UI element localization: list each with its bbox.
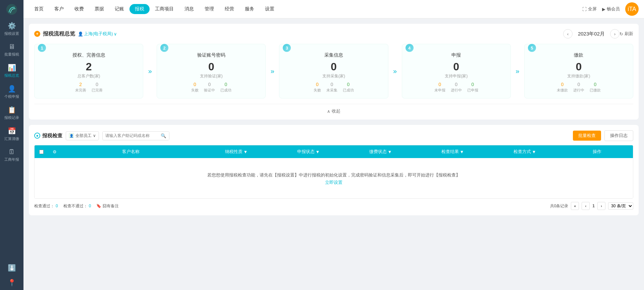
pass-count-link[interactable]: 0 xyxy=(56,204,58,208)
mascot-avatar: iTA xyxy=(625,2,639,16)
search-button[interactable]: 🔍 xyxy=(158,132,169,140)
prev-month-button[interactable]: ‹ xyxy=(563,29,573,39)
flow-arrow-1: » xyxy=(143,44,157,98)
sidebar-item-download[interactable]: ⬇️ xyxy=(0,261,23,275)
nav-invoice[interactable]: 票据 xyxy=(89,4,109,14)
step-stats-5: 0 未缴款 0 进行中 0 已缴款 xyxy=(530,82,628,93)
nav-client[interactable]: 客户 xyxy=(49,4,69,14)
top-navigation: 首页 客户 收费 票据 记账 报税 工商项目 消息 管理 经营 服务 设置 ⛶ … xyxy=(23,0,644,18)
location-icon: 📍 xyxy=(8,279,16,287)
sidebar-item-location[interactable]: 📍 xyxy=(0,275,23,290)
flow-step-2: 2 验证账号密码 0 支持验证(家) 0 失败 0 验证中 xyxy=(157,44,266,98)
svg-point-0 xyxy=(6,4,17,15)
th-check-method[interactable]: 检查方式 ▼ xyxy=(489,145,561,158)
sidebar-item-batch-tax[interactable]: 🖥 批量报税 xyxy=(0,40,23,60)
nav-home[interactable]: 首页 xyxy=(29,4,49,14)
topnav-right: ⛶ 全屏 ▶ 畅会员 iTA xyxy=(582,2,639,16)
per-page-selector[interactable]: 30 条/页 xyxy=(608,202,633,210)
table-body-empty: 若您想使用报税检查功能，请先在【报税设置】中进行报税的初始化设置，完成密码验证和… xyxy=(35,158,633,198)
client-search-box: 🔍 xyxy=(102,131,169,140)
batch-tax-icon: 🖥 xyxy=(8,43,15,51)
step-stat-undeclared: 0 未申报 xyxy=(434,82,445,93)
collapse-button[interactable]: ∧ 收起 xyxy=(34,108,633,114)
month-navigator: ‹ 2023年02月 › xyxy=(563,29,620,39)
step-title-3: 采集信息 xyxy=(285,52,382,58)
step-stats-3: 0 失败 0 未采集 0 已成功 xyxy=(285,82,382,93)
refresh-button[interactable]: ↻ 刷新 xyxy=(620,31,633,37)
step-unit-3: 支持采集(家) xyxy=(285,73,382,79)
next-month-button[interactable]: › xyxy=(610,29,620,39)
filter-icon-tax: ▼ xyxy=(244,149,248,154)
nav-tax[interactable]: 报税 xyxy=(129,4,150,14)
select-all-checkbox[interactable] xyxy=(39,150,44,154)
step-count-3: 0 xyxy=(285,61,382,73)
sidebar-item-personal-tax[interactable]: 👤 个税申报 xyxy=(0,81,23,102)
nav-operation[interactable]: 经营 xyxy=(219,4,239,14)
staff-icon: 👤 xyxy=(69,133,74,138)
step-stat-success-3: 0 已成功 xyxy=(343,82,354,93)
staff-selector[interactable]: 👤 全部员工 ∨ xyxy=(66,131,99,140)
filter-icon-result: ▼ xyxy=(460,149,464,154)
footer-pagination: 共0条记录 « ‹ 1 › 30 条/页 xyxy=(550,202,633,210)
sidebar-item-annual-report[interactable]: 🗓 工商年报 xyxy=(0,145,23,165)
page-content: + 报税流程总览 👤 上海(电子税局) ∨ ‹ 2023年02月 › ↻ 刷新 xyxy=(23,18,644,290)
search-input[interactable] xyxy=(103,132,158,140)
nav-service[interactable]: 服务 xyxy=(239,4,260,14)
empty-message: 若您想使用报税检查功能，请先在【报税设置】中进行报税的初始化设置，完成密码验证和… xyxy=(207,171,460,179)
sidebar-item-reconcile[interactable]: 📅 汇算清缴 xyxy=(0,124,23,145)
sidebar-item-tax-record[interactable]: 📋 报税记录 xyxy=(0,102,23,124)
flow-arrow-2: » xyxy=(266,44,279,98)
step-stats-1: 2 未完善 0 已完善 xyxy=(40,82,138,93)
prev-page-button[interactable]: ‹ xyxy=(582,202,590,210)
setup-link[interactable]: 立即设置 xyxy=(325,179,342,186)
nav-fee[interactable]: 收费 xyxy=(69,4,89,14)
step-stat-paid: 0 已缴款 xyxy=(590,82,601,93)
th-checkbox[interactable] xyxy=(35,145,48,158)
current-page: 1 xyxy=(592,204,595,208)
batch-check-button[interactable]: 批量检查 xyxy=(573,131,601,141)
first-page-button[interactable]: « xyxy=(571,202,579,210)
sidebar-item-tax-settings[interactable]: ⚙️ 报税设置 xyxy=(0,18,23,40)
location-selector[interactable]: 👤 上海(电子税局) ∨ xyxy=(78,31,117,37)
step-stat-inprogress-5: 0 进行中 xyxy=(573,82,584,93)
location-icon-small: 👤 xyxy=(78,31,83,37)
operation-log-button[interactable]: 操作日志 xyxy=(604,130,633,141)
th-client-name: 客户名称 xyxy=(61,145,200,158)
next-page-button[interactable]: › xyxy=(597,202,605,210)
fail-count-link[interactable]: 0 xyxy=(89,204,91,208)
step-count-4: 0 xyxy=(408,61,505,73)
th-check-result[interactable]: 检查结果 ▼ xyxy=(417,145,489,158)
collapse-icon: ∧ xyxy=(327,109,330,114)
member-icon: ▶ xyxy=(602,7,605,12)
download-icon: ⬇️ xyxy=(8,264,16,272)
flow-step-1: 1 授权、完善信息 2 总客户数(家) 2 未完善 0 已完善 xyxy=(34,44,143,98)
step-stat-incomplete: 2 未完善 xyxy=(75,82,86,93)
step-count-1: 2 xyxy=(40,61,138,73)
nav-message[interactable]: 消息 xyxy=(179,4,199,14)
step-num-2: 2 xyxy=(160,44,168,52)
th-declare-status[interactable]: 申报状态 ▼ xyxy=(272,145,344,158)
filter-icon-method: ▼ xyxy=(532,149,536,154)
th-tax-nature[interactable]: 纳税性质 ▼ xyxy=(200,145,272,158)
flow-title-icon: + xyxy=(34,31,40,37)
nav-accounting[interactable]: 记账 xyxy=(109,4,129,14)
nav-items: 首页 客户 收费 票据 记账 报税 工商项目 消息 管理 经营 服务 设置 xyxy=(29,4,582,14)
member-button[interactable]: ▶ 畅会员 xyxy=(602,6,620,12)
step-stat-declared: 0 已申报 xyxy=(467,82,478,93)
note-icon: 🔖 xyxy=(96,204,101,208)
step-stat-complete: 0 已完善 xyxy=(92,82,103,93)
nav-business[interactable]: 工商项目 xyxy=(150,4,179,14)
nav-manage[interactable]: 管理 xyxy=(199,4,219,14)
nav-settings[interactable]: 设置 xyxy=(260,4,280,14)
fullscreen-button[interactable]: ⛶ 全屏 xyxy=(582,6,597,12)
sidebar-item-tax-overview[interactable]: 📊 报税总览 xyxy=(0,60,23,81)
step-unit-5: 支持缴款(家) xyxy=(530,73,628,79)
th-settings[interactable]: ⚙ xyxy=(48,145,61,158)
flow-arrow-3: » xyxy=(388,44,402,98)
table-footer: 检查通过： 0 检查不通过： 0 🔖 囧有备注 共0条记录 « ‹ 1 › xyxy=(34,199,633,210)
step-unit-1: 总客户数(家) xyxy=(40,73,138,79)
footer-note-stat: 🔖 囧有备注 xyxy=(96,203,119,209)
th-pay-status[interactable]: 缴费状态 ▼ xyxy=(344,145,417,158)
step-num-4: 4 xyxy=(406,44,414,52)
step-unit-4: 支持申报(家) xyxy=(408,73,505,79)
